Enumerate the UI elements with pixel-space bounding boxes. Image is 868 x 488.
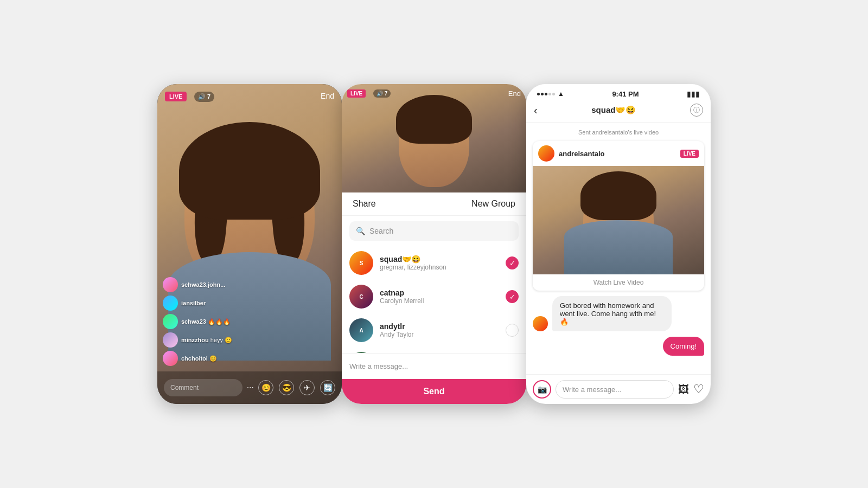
- select-andy[interactable]: [506, 324, 519, 337]
- comments-area: schwa23.john... iansilber schwa23 🔥🔥🔥 mi…: [163, 277, 232, 366]
- hair-top: [179, 122, 320, 220]
- image-icon[interactable]: 🖼: [678, 383, 689, 396]
- comment-avatar: [163, 296, 178, 311]
- lc-hair: [580, 171, 656, 220]
- live-card-avatar: [538, 145, 554, 162]
- status-time: 9:41 PM: [612, 90, 639, 98]
- signal-dot-1: [537, 93, 540, 95]
- send-icon[interactable]: ✈: [299, 380, 315, 395]
- comment-avatar: [163, 277, 178, 292]
- live-badge-2: LIVE: [347, 89, 366, 98]
- message-bubble-text: Got bored with homework and went live. C…: [552, 296, 672, 331]
- coming-bubble: Coming!: [663, 337, 704, 356]
- comment-text: minzzhou heyy 🙂: [181, 337, 232, 344]
- chat-input-bar: 📷 Write a message... 🖼 ♡: [526, 374, 711, 404]
- info-button[interactable]: ⓘ: [690, 104, 703, 117]
- signal-dot-3: [545, 93, 547, 95]
- viewers-count-1: 🔊 7: [194, 92, 214, 102]
- search-icon: 🔍: [356, 227, 365, 235]
- more-options[interactable]: ···: [247, 383, 254, 393]
- end-button-2[interactable]: End: [508, 89, 521, 98]
- contact-andytlr[interactable]: A andytlr Andy Taylor: [342, 313, 526, 347]
- emoji-icon-1[interactable]: 😊: [258, 380, 273, 395]
- signal-area: ▲: [537, 90, 564, 98]
- comment-avatar: [163, 351, 178, 366]
- action-icons: 😊 😎 ✈ 🔄: [258, 380, 335, 395]
- live-card-username: andreisantalo: [559, 150, 676, 158]
- search-placeholder: Search: [369, 227, 393, 235]
- select-catnap[interactable]: ✓: [506, 290, 519, 303]
- contact-mari[interactable]: M mari Mari: [342, 347, 526, 353]
- contact-squad[interactable]: S squad🤝😆 gregmar, lizzeyjohnson ✓: [342, 246, 526, 280]
- sent-label: Sent andreisantalo's live video: [533, 129, 704, 136]
- lc-sweater: [564, 220, 673, 274]
- share-header: Share New Group: [342, 192, 526, 216]
- status-bar: ▲ 9:41 PM ▮▮▮: [526, 84, 711, 100]
- battery-icon: ▮▮▮: [687, 89, 700, 98]
- comment-text: iansilber: [181, 300, 206, 306]
- live-card-badge: LIVE: [680, 150, 699, 158]
- contact-info-andy: andytlr Andy Taylor: [380, 322, 499, 338]
- live-card-header: andreisantalo LIVE: [533, 141, 704, 166]
- contact-sub-squad: gregmar, lizzeyjohnson: [380, 264, 499, 271]
- viewers-count-2: 🔊 7: [373, 89, 391, 98]
- wifi-icon: ▲: [558, 90, 564, 98]
- chat-header: ‹ squad🤝😆 ⓘ: [526, 100, 711, 123]
- chat-title: squad🤝😆: [543, 105, 685, 115]
- chat-input[interactable]: Write a message...: [556, 380, 674, 399]
- comment-item: minzzhou heyy 🙂: [163, 332, 232, 348]
- received-message: Got bored with homework and went live. C…: [533, 296, 704, 331]
- send-button[interactable]: Send: [342, 379, 526, 404]
- message-input[interactable]: Write a message...: [349, 359, 519, 374]
- comment-input[interactable]: Comment: [164, 379, 242, 396]
- contact-name-andy: andytlr: [380, 322, 499, 331]
- comment-avatar: [163, 332, 178, 348]
- contact-avatar-squad: S: [349, 251, 373, 275]
- phone1-live: LIVE 🔊 7 End schwa23.john... iansilber s…: [157, 84, 342, 404]
- contact-info-catnap: catnap Carolyn Merrell: [380, 288, 499, 305]
- signal-dot-2: [541, 93, 544, 95]
- signal-dot-4: [548, 93, 551, 95]
- live-badge-1: LIVE: [165, 92, 187, 101]
- new-group-button[interactable]: New Group: [471, 199, 515, 209]
- sent-message-row: Coming!: [533, 337, 704, 356]
- contact-sub-catnap: Carolyn Merrell: [380, 297, 499, 305]
- p2-hair: [396, 95, 472, 144]
- battery-area: ▮▮▮: [687, 89, 700, 98]
- end-button-1[interactable]: End: [321, 92, 334, 100]
- sender-avatar: [533, 316, 548, 331]
- search-bar[interactable]: 🔍 Search: [349, 221, 519, 241]
- refresh-icon[interactable]: 🔄: [320, 380, 335, 395]
- contact-avatar-catnap: C: [349, 285, 373, 309]
- chat-messages: Sent andreisantalo's live video andreisa…: [526, 123, 711, 374]
- chat-placeholder: Write a message...: [563, 386, 621, 394]
- contact-catnap[interactable]: C catnap Carolyn Merrell ✓: [342, 280, 526, 313]
- watch-label[interactable]: Watch Live Video: [533, 274, 704, 291]
- camera-button[interactable]: 📷: [533, 380, 551, 399]
- comment-placeholder: Comment: [170, 384, 199, 391]
- share-title: Share: [353, 199, 376, 209]
- live-video-card[interactable]: andreisantalo LIVE Watch Live Video: [533, 141, 704, 291]
- phone3-chat: ▲ 9:41 PM ▮▮▮ ‹ squad🤝😆 ⓘ Sent andreisan…: [526, 84, 711, 404]
- contact-name-squad: squad🤝😆: [380, 255, 499, 264]
- live-card-video: [533, 166, 704, 274]
- phone2-share: LIVE 🔊 7 End Share New Group 🔍 Search A …: [342, 84, 526, 404]
- contact-info-squad: squad🤝😆 gregmar, lizzeyjohnson: [380, 255, 499, 271]
- comment-avatar: [163, 314, 178, 329]
- comment-item: schwa23.john...: [163, 277, 232, 292]
- video-feed-2: LIVE 🔊 7 End: [342, 84, 526, 192]
- comment-text: schwa23.john...: [181, 281, 225, 288]
- comment-item: chchoitoi 😊: [163, 351, 232, 366]
- select-squad[interactable]: ✓: [506, 256, 519, 269]
- heart-icon[interactable]: ♡: [693, 382, 704, 396]
- comment-item: iansilber: [163, 296, 232, 311]
- comment-text: chchoitoi 😊: [181, 355, 217, 362]
- comment-item: schwa23 🔥🔥🔥: [163, 314, 232, 329]
- contact-list: A B C D E F G H I J K L M N O P Q R S T: [342, 246, 526, 353]
- contact-avatar-andy: A: [349, 318, 373, 342]
- contact-name-catnap: catnap: [380, 288, 499, 297]
- message-bar: Write a message...: [342, 353, 526, 379]
- emoji-icon-2[interactable]: 😎: [279, 380, 294, 395]
- contact-sub-andy: Andy Taylor: [380, 331, 499, 338]
- back-button[interactable]: ‹: [534, 104, 538, 117]
